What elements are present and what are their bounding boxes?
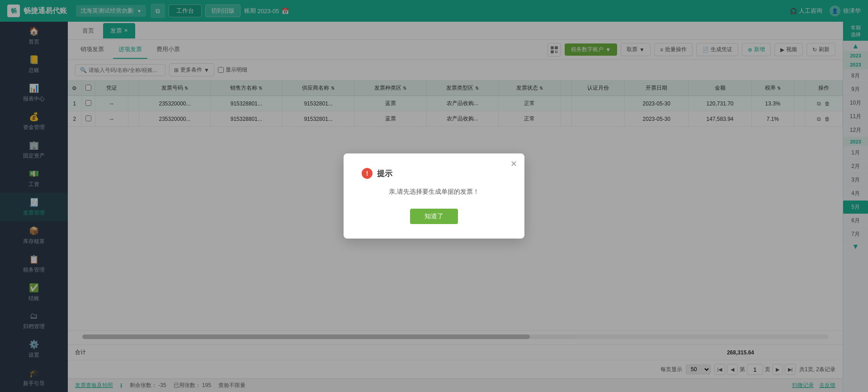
warning-icon: ! [362,168,373,179]
modal-overlay[interactable]: ✕ ! 提示 亲,请先选择要生成单据的发票！ 知道了 [0,0,868,392]
dialog-title: ! 提示 [362,168,392,179]
dialog-ok-button[interactable]: 知道了 [410,209,458,224]
dialog: ✕ ! 提示 亲,请先选择要生成单据的发票！ 知道了 [344,153,524,239]
dialog-message: 亲,请先选择要生成单据的发票！ [389,188,479,196]
dialog-close-button[interactable]: ✕ [510,159,517,169]
